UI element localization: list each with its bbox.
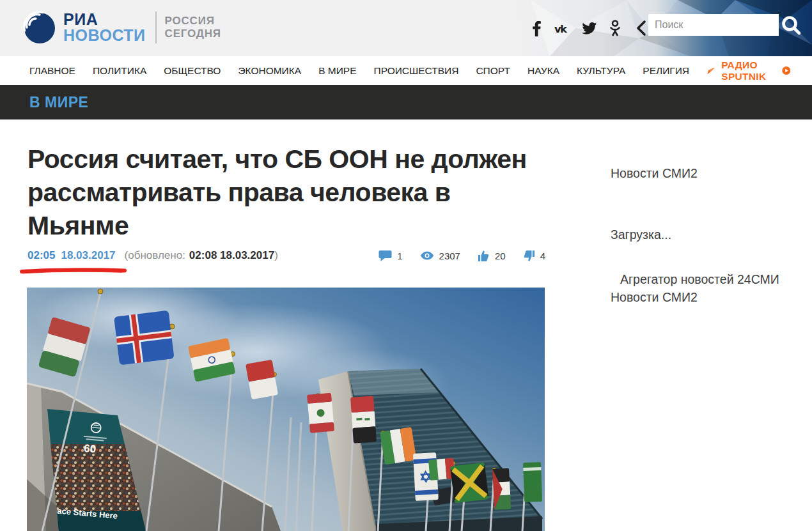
play-icon — [782, 64, 791, 77]
sidebar-loading-text: Загрузка... — [611, 227, 671, 242]
views-icon — [420, 250, 434, 261]
logo-agency-line2: СЕГОДНЯ — [165, 27, 221, 40]
radio-sputnik-label: РАДИО SPUTNIK — [721, 59, 776, 82]
sidebar-smi2-header[interactable]: Новости СМИ2 — [611, 165, 698, 181]
sidebar-24smi-link[interactable]: Агрегатор новостей 24СМИ — [620, 272, 779, 287]
facebook-icon[interactable] — [528, 20, 545, 36]
dislike-stat[interactable]: 4 — [523, 250, 545, 262]
logo-brand-line2: НОВОСТИ — [63, 27, 146, 43]
site-header: РИА НОВОСТИ РОССИЯ СЕГОДНЯ vk — [0, 0, 812, 56]
comments-stat[interactable]: 1 — [379, 250, 402, 261]
published-time[interactable]: 02:05 — [27, 249, 55, 262]
nav-item-religiya[interactable]: РЕЛИГИЯ — [643, 65, 689, 77]
updated-suffix: ) — [274, 249, 278, 262]
chevron-left-icon[interactable] — [633, 20, 650, 36]
radio-flag-icon — [707, 65, 715, 77]
like-icon — [478, 250, 490, 262]
radio-sputnik-link[interactable]: РАДИО SPUTNIK — [707, 59, 790, 82]
logo-brand-line1: РИА — [63, 12, 146, 27]
nav-item-sport[interactable]: СПОРТ — [476, 65, 510, 77]
article-title: Россия считает, что СБ ООН не должен рас… — [27, 142, 539, 242]
views-count: 2307 — [439, 250, 460, 261]
updated-label: (обновлено: — [125, 249, 185, 262]
search-button[interactable] — [780, 14, 803, 37]
banner-60-text: 60 — [83, 442, 97, 456]
dislike-count: 4 — [540, 250, 545, 261]
ria-globe-icon — [23, 11, 56, 44]
odnoklassniki-icon[interactable] — [607, 20, 623, 36]
section-label[interactable]: В МИРЕ — [29, 94, 88, 111]
twitter-icon[interactable] — [581, 20, 597, 36]
search-input[interactable] — [648, 14, 779, 36]
article-stats: 1 2307 20 — [379, 250, 545, 262]
logo-agency-line1: РОССИЯ — [165, 15, 221, 27]
nav-item-nauka[interactable]: НАУКА — [527, 65, 559, 77]
search-icon — [780, 14, 803, 37]
views-stat: 2307 — [420, 250, 460, 261]
nav-item-politika[interactable]: ПОЛИТИКА — [93, 65, 146, 77]
comments-count: 1 — [397, 250, 402, 261]
vk-icon[interactable]: vk — [554, 20, 571, 36]
nav-item-kultura[interactable]: КУЛЬТУРА — [577, 65, 625, 77]
comments-icon — [379, 250, 392, 261]
main-navigation: ГЛАВНОЕ ПОЛИТИКА ОБЩЕСТВО ЭКОНОМИКА В МИ… — [0, 56, 812, 85]
nav-item-glavnoe[interactable]: ГЛАВНОЕ — [29, 65, 75, 77]
nav-item-obschestvo[interactable]: ОБЩЕСТВО — [164, 65, 221, 77]
main-content: Россия считает, что СБ ООН не должен рас… — [0, 119, 812, 531]
logo-divider — [155, 12, 157, 43]
like-count: 20 — [495, 250, 506, 261]
nav-item-proisshestviya[interactable]: ПРОИСШЕСТВИЯ — [374, 65, 459, 77]
sidebar-smi2-link[interactable]: Новости СМИ2 — [611, 289, 698, 305]
article-meta-row: 02:05 18.03.2017 (обновлено: 02:08 18.03… — [27, 249, 545, 262]
ria-novosti-logo[interactable]: РИА НОВОСТИ РОССИЯ СЕГОДНЯ — [23, 11, 221, 44]
updated-value: 02:08 18.03.2017 — [189, 249, 274, 262]
article-photo: 60 Peace Starts Here — [27, 288, 545, 531]
social-links: vk — [528, 0, 650, 56]
dislike-icon — [523, 250, 535, 262]
ria-novosti-page: РИА НОВОСТИ РОССИЯ СЕГОДНЯ vk — [0, 0, 812, 531]
nav-item-v-mire[interactable]: В МИРЕ — [318, 65, 356, 77]
nav-item-ekonomika[interactable]: ЭКОНОМИКА — [238, 65, 301, 77]
red-underline-annotation — [19, 266, 128, 275]
section-bar: В МИРЕ — [0, 85, 812, 119]
published-date[interactable]: 18.03.2017 — [61, 249, 115, 262]
like-stat[interactable]: 20 — [478, 250, 506, 262]
svg-text:vk: vk — [554, 23, 568, 35]
search-box — [648, 14, 779, 36]
